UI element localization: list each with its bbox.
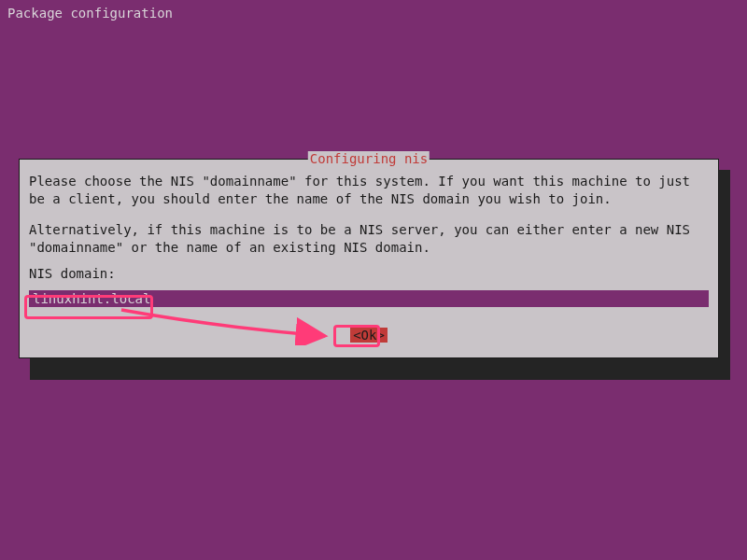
dialog-frame-title: Configuring nis [308,151,430,166]
page-title: Package configuration [7,6,173,21]
dialog-body-paragraph-1: Please choose the NIS "domainname" for t… [29,173,709,208]
nis-domain-input-wrap [29,290,709,307]
nis-domain-input[interactable] [29,290,709,307]
ok-button[interactable]: <Ok> [350,328,388,343]
nis-domain-label: NIS domain: [29,266,709,281]
dialog-body-paragraph-2: Alternatively, if this machine is to be … [29,221,709,257]
button-row: <Ok> [29,328,709,343]
config-dialog: Configuring nis Please choose the NIS "d… [19,159,719,358]
